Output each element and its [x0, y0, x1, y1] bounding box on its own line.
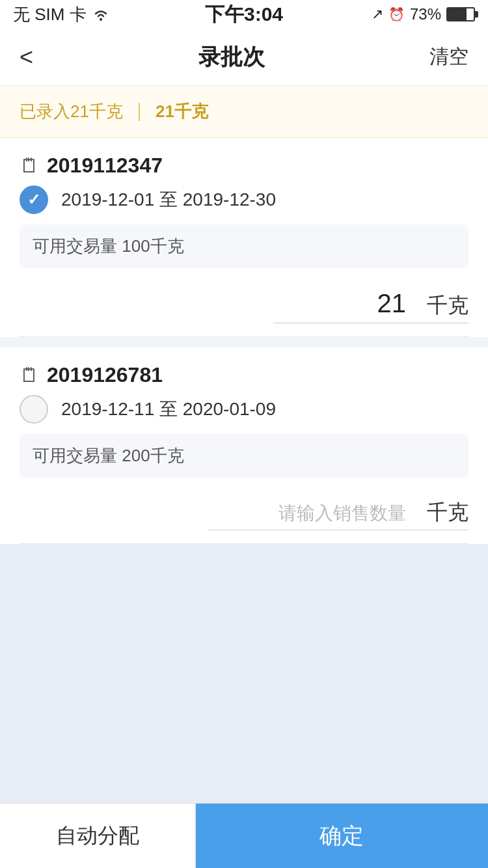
- batch-item-1: 🗒 2019112347 2019-12-01 至 2019-12-30 可用交…: [0, 138, 488, 337]
- summary-entered-label: 已录入21千克: [20, 100, 123, 123]
- batch-2-date: 2019-12-11 至 2020-01-09: [61, 397, 276, 422]
- empty-content-area: [0, 544, 488, 804]
- batch-1-date: 2019-12-01 至 2019-12-30: [61, 187, 276, 212]
- summary-divider: [139, 103, 140, 121]
- clear-button[interactable]: 清空: [429, 44, 468, 70]
- batch-2-quantity-row: 千克: [20, 488, 468, 544]
- footer: 自动分配 确定: [0, 803, 488, 868]
- batch-2-id: 2019126781: [47, 363, 163, 387]
- battery-icon: [446, 7, 475, 21]
- status-bar: 无 SIM 卡 下午3:04 ↗ ⏰ 73%: [0, 0, 488, 29]
- svg-point-0: [100, 18, 102, 21]
- nav-bar: < 录批次 清空: [0, 29, 488, 86]
- confirm-button[interactable]: 确定: [196, 804, 488, 868]
- batch-1-unit: 千克: [427, 292, 468, 320]
- batch-2-doc-icon: 🗒: [20, 364, 39, 387]
- batch-1-doc-icon: 🗒: [20, 155, 39, 177]
- status-carrier: 无 SIM 卡: [13, 3, 110, 26]
- batch-item-2: 🗒 2019126781 2019-12-11 至 2020-01-09 可用交…: [0, 347, 488, 544]
- batch-1-radio[interactable]: [20, 185, 48, 214]
- batch-1-date-row[interactable]: 2019-12-01 至 2019-12-30: [20, 185, 468, 214]
- section-divider-1: [0, 337, 488, 347]
- batch-2-unit: 千克: [427, 498, 468, 527]
- wifi-icon: [92, 7, 110, 21]
- batch-1-id: 2019112347: [47, 154, 163, 178]
- location-icon: ↗: [372, 6, 383, 23]
- auto-distribute-button[interactable]: 自动分配: [0, 804, 196, 868]
- batch-2-radio[interactable]: [20, 395, 48, 424]
- status-right: ↗ ⏰ 73%: [372, 5, 475, 23]
- batch-1-quantity-input[interactable]: [302, 289, 406, 318]
- alarm-icon: ⏰: [388, 7, 405, 22]
- status-time: 下午3:04: [205, 1, 283, 28]
- batch-2-header: 🗒 2019126781: [20, 363, 468, 387]
- summary-value: 21千克: [156, 100, 208, 123]
- back-button[interactable]: <: [20, 44, 33, 71]
- batch-2-available: 可用交易量 200千克: [20, 434, 468, 478]
- carrier-text: 无 SIM 卡: [13, 3, 87, 26]
- summary-bar: 已录入21千克 21千克: [0, 86, 488, 138]
- batch-1-quantity-row: 千克: [20, 278, 468, 337]
- battery-percent: 73%: [410, 5, 441, 23]
- batch-1-header: 🗒 2019112347: [20, 154, 468, 178]
- batch-2-date-row[interactable]: 2019-12-11 至 2020-01-09: [20, 395, 468, 424]
- batch-1-available: 可用交易量 100千克: [20, 224, 468, 268]
- batch-2-quantity-input[interactable]: [224, 503, 406, 524]
- page-title: 录批次: [198, 42, 265, 72]
